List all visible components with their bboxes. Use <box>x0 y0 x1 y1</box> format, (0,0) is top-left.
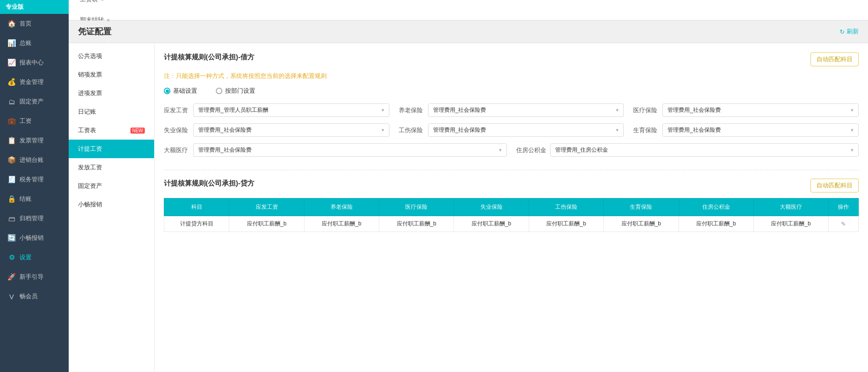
cell-value-0-6: 应付职工薪酬_b <box>679 216 753 232</box>
field-select-2-1[interactable]: 管理费用_住房公积金 ▾ <box>550 143 859 157</box>
sidebar-item-sales[interactable]: 📦进销台账 <box>0 150 69 170</box>
sidebar-item-guide[interactable]: 🚀新手引导 <box>0 267 69 287</box>
field-value-0-2: 管理费用_社会保险费 <box>667 106 721 114</box>
radio-dept[interactable]: 按部门设置 <box>216 87 255 95</box>
field-value-2-1: 管理费用_住房公积金 <box>555 146 609 154</box>
chevron-down-icon: ▾ <box>499 147 502 153</box>
field-select-1-0[interactable]: 管理费用_社会保险费 ▾ <box>193 123 389 137</box>
leftnav-item-fixed_assets[interactable]: 固定资产 <box>69 177 154 195</box>
refresh-button[interactable]: ↻ 刷新 <box>840 27 859 36</box>
sidebar-label-settings: 设置 <box>19 253 32 262</box>
leftnav-item-xiaochang_expense[interactable]: 小畅报销 <box>69 195 154 214</box>
funds-icon: 💰 <box>7 78 16 86</box>
sidebar-item-member[interactable]: V畅会员 <box>0 287 69 306</box>
auto-match-debit-button[interactable]: 自动匹配科目 <box>810 52 859 66</box>
field-label-2-0: 大额医疗 <box>164 146 189 154</box>
sidebar-label-xiaochang: 小畅报销 <box>19 234 44 242</box>
col-header-9: 操作 <box>829 199 859 216</box>
chevron-down-icon: ▾ <box>382 107 384 113</box>
leftnav-item-journal[interactable]: 日记账 <box>69 103 154 121</box>
col-header-0: 科目 <box>164 199 229 216</box>
edit-icon[interactable]: ✎ <box>841 221 846 227</box>
member-icon: V <box>7 293 16 301</box>
field-select-1-1[interactable]: 管理费用_社会保险费 ▾ <box>428 123 624 137</box>
form-field-2-1: 住房公积金 管理费用_住房公积金 ▾ <box>516 143 859 157</box>
leftnav-label-sales_invoice: 销项发票 <box>78 71 102 79</box>
field-select-1-2[interactable]: 管理费用_社会保险费 ▾ <box>662 123 859 137</box>
col-header-1: 应发工资 <box>229 199 304 216</box>
form-field-0-1: 养老保险 管理费用_社会保险费 ▾ <box>399 103 624 117</box>
payroll-icon: 💼 <box>7 117 16 125</box>
radio-basic[interactable]: 基础设置 <box>164 87 197 95</box>
form-field-2-0: 大额医疗 管理费用_社会保险费 ▾ <box>164 143 507 157</box>
sidebar-item-reports[interactable]: 📈报表中心 <box>0 53 69 72</box>
field-label-1-1: 工伤保险 <box>399 126 424 135</box>
field-select-0-1[interactable]: 管理费用_社会保险费 ▾ <box>428 103 624 117</box>
sidebar-item-tax[interactable]: 🧾税务管理 <box>0 170 69 189</box>
right-content: 计提核算规则(公司承担)-借方 自动匹配科目 注：只能选择一种方式，系统将按照您… <box>155 43 868 372</box>
invoice-icon: 📋 <box>7 136 16 145</box>
form-field-0-2: 医疗保险 管理费用_社会保险费 ▾ <box>633 103 859 117</box>
sidebar-item-archive[interactable]: 🗃归档管理 <box>0 209 69 228</box>
table-row: 计提贷方科目应付职工薪酬_b应付职工薪酬_b应付职工薪酬_b应付职工薪酬_b应付… <box>164 216 859 232</box>
col-header-3: 医疗保险 <box>379 199 454 216</box>
sidebar-item-home[interactable]: 🏠首页 <box>0 14 69 33</box>
field-select-2-0[interactable]: 管理费用_社会保险费 ▾ <box>193 143 507 157</box>
sales-icon: 📦 <box>7 156 16 164</box>
col-header-7: 住房公积金 <box>679 199 753 216</box>
assets-icon: 🗂 <box>7 98 16 106</box>
refresh-icon: ↻ <box>840 28 845 35</box>
sidebar-item-settings[interactable]: ⚙设置 <box>0 248 69 267</box>
col-header-2: 养老保险 <box>304 199 379 216</box>
page-content: 凭证配置 ↻ 刷新 公共选项销项发票进项发票日记账工资表NEW计提工资发放工资固… <box>69 20 868 372</box>
tab-close-payroll[interactable]: × <box>101 0 104 2</box>
sidebar-label-invoice: 发票管理 <box>19 136 44 145</box>
leftnav-item-distribute_payroll[interactable]: 发放工资 <box>69 158 154 177</box>
cell-subject-0: 计提贷方科目 <box>164 216 229 232</box>
cell-action-0[interactable]: ✎ <box>829 216 859 232</box>
sidebar-label-closing: 结账 <box>19 195 32 203</box>
sidebar-label-reports: 报表中心 <box>19 58 44 67</box>
field-select-0-0[interactable]: 管理费用_管理人员职工薪酬 ▾ <box>193 103 389 117</box>
field-value-1-2: 管理费用_社会保险费 <box>667 126 721 134</box>
leftnav-item-calc_payroll[interactable]: 计提工资 <box>69 140 154 158</box>
col-header-8: 大额医疗 <box>753 199 828 216</box>
field-value-2-0: 管理费用_社会保险费 <box>198 146 252 154</box>
sidebar-item-payroll[interactable]: 💼工资 <box>0 111 69 131</box>
radio-dept-label: 按部门设置 <box>225 87 255 95</box>
field-value-0-1: 管理费用_社会保险费 <box>433 106 486 114</box>
leftnav-label-purchase_invoice: 进项发票 <box>78 89 102 97</box>
sidebar-item-invoice[interactable]: 📋发票管理 <box>0 131 69 150</box>
leftnav-item-public[interactable]: 公共选项 <box>69 47 154 65</box>
section-credit: 计提核算规则(公司承担)-贷方 自动匹配科目 科目应发工资养老保险医疗保险失业保… <box>164 179 859 232</box>
form-row-0: 应发工资 管理费用_管理人员职工薪酬 ▾ 养老保险 管理费用_社会保险费 ▾ 医… <box>164 103 859 117</box>
tab-close-voucher[interactable]: × <box>107 38 110 43</box>
section-debit-header: 计提核算规则(公司承担)-借方 自动匹配科目 <box>164 52 859 66</box>
field-label-0-1: 养老保险 <box>399 106 424 115</box>
sidebar-label-sales: 进销台账 <box>19 156 44 164</box>
leftnav-item-purchase_invoice[interactable]: 进项发票 <box>69 84 154 103</box>
sidebar-item-closing[interactable]: 🔒结账 <box>0 189 69 209</box>
tab-close-period[interactable]: × <box>107 17 110 23</box>
sidebar-item-assets[interactable]: 🗂固定资产 <box>0 92 69 111</box>
credit-table-body: 计提贷方科目应付职工薪酬_b应付职工薪酬_b应付职工薪酬_b应付职工薪酬_b应付… <box>164 216 859 232</box>
section-debit-note: 注：只能选择一种方式，系统将按照您当前的选择来配置规则 <box>164 72 859 80</box>
chevron-down-icon: ▾ <box>851 107 854 113</box>
cell-value-0-7: 应付职工薪酬_b <box>753 216 828 232</box>
sidebar-item-ledger[interactable]: 📊总账 <box>0 33 69 53</box>
left-nav: 公共选项销项发票进项发票日记账工资表NEW计提工资发放工资固定资产小畅报销 <box>69 43 155 372</box>
refresh-label: 刷新 <box>847 27 859 36</box>
cell-value-0-4: 应付职工薪酬_b <box>529 216 603 232</box>
sidebar-item-xiaochang[interactable]: 🔄小畅报销 <box>0 228 69 248</box>
cell-value-0-3: 应付职工薪酬_b <box>454 216 529 232</box>
field-value-1-1: 管理费用_社会保险费 <box>433 126 486 134</box>
tab-payroll[interactable]: 工资表× <box>72 0 117 10</box>
sidebar-label-home: 首页 <box>19 19 32 28</box>
auto-match-credit-button[interactable]: 自动匹配科目 <box>810 179 859 192</box>
tab-label-payroll: 工资表 <box>80 0 98 4</box>
leftnav-item-payroll_table[interactable]: 工资表NEW <box>69 121 154 140</box>
field-select-0-2[interactable]: 管理费用_社会保险费 ▾ <box>662 103 859 117</box>
chevron-down-icon: ▾ <box>616 107 619 113</box>
sidebar-item-funds[interactable]: 💰资金管理 <box>0 72 69 92</box>
leftnav-item-sales_invoice[interactable]: 销项发票 <box>69 65 154 84</box>
